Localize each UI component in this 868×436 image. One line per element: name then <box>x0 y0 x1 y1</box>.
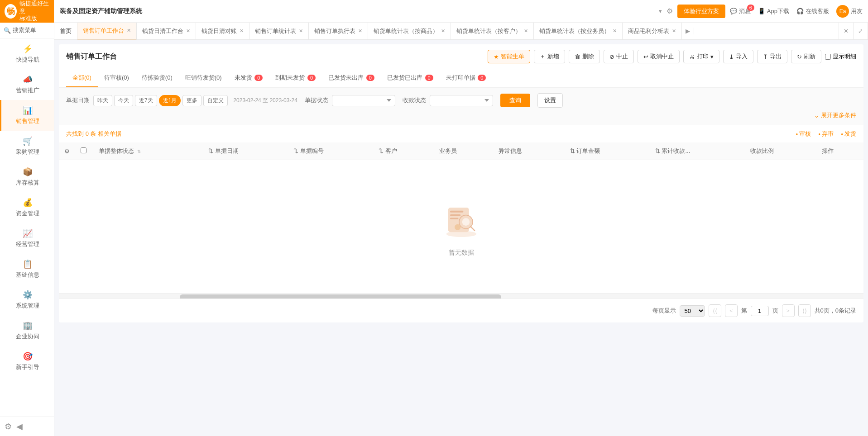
basic-info-icon: 📋 <box>23 259 33 269</box>
tabs-close-all-btn[interactable]: ✕ <box>839 23 854 40</box>
tab-cash-daily[interactable]: 钱货日清工作台 ✕ <box>137 23 196 40</box>
delete-btn[interactable]: 🗑 删除 <box>569 50 600 63</box>
tab-close-sales-order-exec[interactable]: ✕ <box>358 28 362 34</box>
sidebar-item-marketing[interactable]: 📣 营销推广 <box>0 69 54 100</box>
tabs-more-arrow[interactable]: ▶ <box>682 28 694 34</box>
date-btn-today[interactable]: 今天 <box>114 95 133 106</box>
horizontal-scrollbar[interactable] <box>59 293 863 299</box>
ship-action-btn[interactable]: 发货 <box>841 130 856 138</box>
filter-tab-shipped-out[interactable]: 已发货已出库 0 <box>381 69 440 87</box>
date-btn-custom[interactable]: 自定义 <box>203 95 228 106</box>
sidebar-item-basic-info[interactable]: 📋 基础信息 <box>0 254 54 284</box>
sidebar-item-quick-nav[interactable]: ⚡ 快捷导航 <box>0 38 54 69</box>
show-detail-checkbox[interactable] <box>825 54 831 60</box>
new-btn[interactable]: ＋ 新增 <box>534 50 565 63</box>
collapse-icon[interactable]: ◀ <box>16 422 23 431</box>
cancel-suspend-btn[interactable]: ↩ 取消中止 <box>638 50 680 63</box>
filter-tab-pending-inspect[interactable]: 待拣验货(0) <box>135 69 179 87</box>
tab-product-gross-profit[interactable]: 商品毛利分析表 ✕ <box>623 23 682 40</box>
sidebar-item-purchase[interactable]: 🛒 采购管理 <box>0 131 54 161</box>
tab-close-sales-stats-product[interactable]: ✕ <box>441 28 445 34</box>
tab-home[interactable]: 首页 <box>54 23 77 40</box>
select-all-checkbox[interactable] <box>81 147 86 153</box>
tab-sales-order-workbench[interactable]: 销售订单工作台 ✕ <box>77 23 137 40</box>
settings-bottom-icon[interactable]: ⚙ <box>5 422 12 431</box>
sidebar-item-enterprise[interactable]: 🏢 企业协同 <box>0 315 54 346</box>
filter-tabs: 全部(0) 待审核(0) 待拣验货(0) 旺铺待发货(0) 未发货 0 到期未发… <box>59 69 863 88</box>
sort-customer-icon[interactable]: ⇅ <box>379 147 384 154</box>
experience-btn[interactable]: 体验行业方案 <box>677 5 725 18</box>
sort-number-icon[interactable]: ⇅ <box>293 147 298 154</box>
filter-tab-not-printed[interactable]: 未打印单据 0 <box>440 69 493 87</box>
tab-sales-order-exec[interactable]: 销售订单执行表 ✕ <box>309 23 368 40</box>
sidebar-item-system[interactable]: ⚙️ 系统管理 <box>0 284 54 315</box>
date-btn-last7[interactable]: 近7天 <box>135 95 157 106</box>
tabs-maximize-btn[interactable]: ⤢ <box>854 23 868 40</box>
print-btn[interactable]: 🖨 打印 ▾ <box>683 50 719 63</box>
sidebar-item-finance[interactable]: 💰 资金管理 <box>0 192 54 223</box>
filter-tab-all[interactable]: 全部(0) <box>66 69 98 87</box>
tab-close-cash-daily[interactable]: ✕ <box>186 28 190 34</box>
payment-select[interactable] <box>430 95 493 106</box>
filter-tab-pending-review[interactable]: 待审核(0) <box>98 69 135 87</box>
online-service-action[interactable]: 🎧 在线客服 <box>796 7 829 15</box>
pagination: 每页显示 50 100 ⟨⟨ ＜ 第 页 ＞ ⟩⟩ 共0页，0条记录 <box>59 299 863 322</box>
date-btn-yesterday[interactable]: 昨天 <box>93 95 112 106</box>
filter-tab-not-shipped[interactable]: 未发货 0 <box>228 69 269 87</box>
tab-cash-daily-label: 钱货日清工作台 <box>142 27 183 35</box>
per-page-select[interactable]: 50 100 <box>680 305 705 317</box>
setting-btn[interactable]: 设置 <box>537 93 563 108</box>
pagination-next-btn[interactable]: ＞ <box>782 304 795 317</box>
sort-amount-icon[interactable]: ⇅ <box>570 147 575 154</box>
export-btn[interactable]: ⤒ 导出 <box>757 50 787 63</box>
query-btn[interactable]: 查询 <box>500 94 530 107</box>
page-number-input[interactable] <box>751 306 769 316</box>
expand-chevron-icon: ⌄ <box>814 112 819 119</box>
tab-close-product-gross-profit[interactable]: ✕ <box>672 28 676 34</box>
date-btn-more[interactable]: 更多 <box>182 95 201 106</box>
messages-action[interactable]: 💬 消息 6 <box>730 7 751 15</box>
overdue-not-shipped-badge: 0 <box>307 75 316 81</box>
tab-cash-reconcile[interactable]: 钱货日清对账 ✕ <box>196 23 249 40</box>
status-select[interactable] <box>332 95 395 106</box>
pagination-prev-btn[interactable]: ＜ <box>725 304 738 317</box>
pagination-first-btn[interactable]: ⟨⟨ <box>709 304 721 317</box>
smart-create-btn[interactable]: ★ 智能生单 <box>488 50 530 63</box>
topbar-settings-icon[interactable]: ⚙ <box>667 7 673 15</box>
expand-conditions-btn[interactable]: ⌄ 展开更多条件 <box>814 111 856 119</box>
date-btn-last1m[interactable]: 近1月 <box>159 95 181 106</box>
tab-close-sales-order-stats[interactable]: ✕ <box>299 28 303 34</box>
tab-close-cash-reconcile[interactable]: ✕ <box>240 28 244 34</box>
filter-tab-wangpu[interactable]: 旺铺待发货(0) <box>179 69 228 87</box>
show-detail-label[interactable]: 显示明细 <box>825 52 856 61</box>
app-download-action[interactable]: 📱 App下载 <box>758 7 789 15</box>
tab-sales-order-stats[interactable]: 销售订单统计表 ✕ <box>249 23 309 40</box>
sort-date-icon[interactable]: ⇅ <box>208 147 213 154</box>
sort-status-icon[interactable]: ⇅ <box>137 149 141 154</box>
sidebar-item-inventory[interactable]: 📦 库存核算 <box>0 161 54 192</box>
tab-sales-stats-salesperson[interactable]: 销货单统计表（按业务员） ✕ <box>534 23 623 40</box>
tab-close-sales-stats-salesperson[interactable]: ✕ <box>613 28 617 34</box>
topbar-dropdown-icon[interactable]: ▾ <box>659 8 662 14</box>
sidebar-item-operations[interactable]: 📈 经营管理 <box>0 223 54 254</box>
suspend-btn[interactable]: ⊘ 中止 <box>604 50 634 63</box>
filter-tab-shipped-not-out[interactable]: 已发货未出库 0 <box>322 69 381 87</box>
review-action-btn[interactable]: 审核 <box>796 130 811 138</box>
filter-tab-overdue-not-shipped[interactable]: 到期未发货 0 <box>269 69 322 87</box>
tab-sales-stats-product[interactable]: 销货单统计表（按商品） ✕ <box>368 23 451 40</box>
tab-close-sales-order[interactable]: ✕ <box>127 28 131 33</box>
phone-icon: 📱 <box>758 8 765 14</box>
tab-close-sales-stats-customer[interactable]: ✕ <box>524 28 528 34</box>
import-btn[interactable]: ⤓ 导入 <box>723 50 753 63</box>
sidebar-search[interactable]: 🔍 搜索菜单 <box>0 23 54 38</box>
page-prefix-label: 第 <box>741 307 747 315</box>
user-action[interactable]: Ea 用友 <box>836 5 863 18</box>
cancel-review-action-btn[interactable]: 弃审 <box>818 130 834 138</box>
sidebar-item-sales[interactable]: 📊 销售管理 <box>0 100 54 131</box>
column-settings-icon[interactable]: ⚙ <box>64 148 70 155</box>
pagination-last-btn[interactable]: ⟩⟩ <box>798 304 811 317</box>
sort-collected-icon[interactable]: ⇅ <box>655 147 660 154</box>
refresh-btn[interactable]: ↻ 刷新 <box>791 50 821 63</box>
tab-sales-stats-customer[interactable]: 销货单统计表（按客户） ✕ <box>451 23 534 40</box>
sidebar-item-beginner[interactable]: 🎯 新手引导 <box>0 346 54 377</box>
